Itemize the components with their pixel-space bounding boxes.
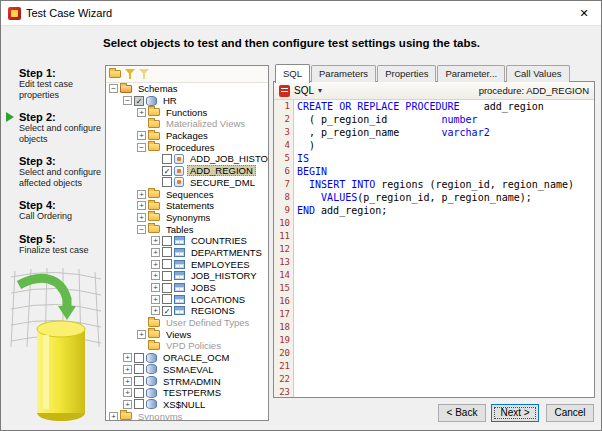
expand-icon[interactable]: + <box>137 213 146 222</box>
tree-row[interactable]: +Sequences <box>106 188 268 200</box>
tree-checkbox[interactable] <box>162 283 172 293</box>
tree-checkbox[interactable]: ✓ <box>134 96 144 106</box>
tab-call-values[interactable]: Call Values <box>506 65 569 82</box>
tree-item-label[interactable]: Schemas <box>135 83 181 94</box>
expand-icon[interactable]: + <box>123 400 132 409</box>
expand-icon[interactable]: + <box>123 353 132 362</box>
tree-item-label[interactable]: Procedures <box>163 142 218 153</box>
tree-row[interactable]: −Schemas <box>106 83 268 95</box>
tree-checkbox[interactable] <box>162 247 172 257</box>
tree-item-label[interactable]: REGIONS <box>188 305 238 316</box>
tree-checkbox[interactable]: ✓ <box>162 306 172 316</box>
collapse-icon[interactable]: − <box>137 143 146 152</box>
tree-row[interactable]: +SSMAEVAL <box>106 364 268 376</box>
tree-row[interactable]: +TESTPERMS <box>106 387 268 399</box>
tree-row[interactable]: −✓HR <box>106 95 268 107</box>
tree-checkbox[interactable] <box>162 271 172 281</box>
expand-icon[interactable]: + <box>151 306 160 315</box>
tab-parameters[interactable]: Parameters <box>311 65 376 82</box>
tree-item-label[interactable]: Functions <box>163 107 210 118</box>
tree-item-label[interactable]: Synonyms <box>163 212 213 223</box>
collapse-icon[interactable]: − <box>109 84 118 93</box>
tree-item-label[interactable]: HR <box>160 95 180 106</box>
back-button[interactable]: < Back <box>438 404 486 422</box>
tree-row[interactable]: VPD Policies <box>106 340 268 352</box>
tree-checkbox[interactable] <box>134 399 144 409</box>
tree-row[interactable]: SECURE_DML <box>106 177 268 189</box>
tree-row[interactable]: +Statements <box>106 200 268 212</box>
expand-icon[interactable]: + <box>151 283 160 292</box>
tree-row[interactable]: ADD_JOB_HISTORY <box>106 153 268 165</box>
tree-item-label[interactable]: EMPLOYEES <box>188 259 253 270</box>
next-button[interactable]: Next > <box>491 404 539 422</box>
tree-item-label[interactable]: DEPARTMENTS <box>188 247 265 258</box>
tree-row[interactable]: ✓ADD_REGION <box>106 165 268 177</box>
tree-row[interactable]: −Tables <box>106 223 268 235</box>
tab-sql[interactable]: SQL <box>275 64 310 83</box>
tab-properties[interactable]: Properties <box>377 65 436 82</box>
chevron-down-icon[interactable]: ▾ <box>318 86 322 95</box>
close-icon[interactable]: ✕ <box>567 1 601 25</box>
tree-checkbox[interactable] <box>134 364 144 374</box>
tree-row[interactable]: +XS$NULL <box>106 399 268 411</box>
cancel-button[interactable]: Cancel <box>546 404 594 422</box>
expand-icon[interactable]: + <box>109 412 118 421</box>
code-area[interactable]: CREATE OR REPLACE PROCEDURE add_region (… <box>294 100 594 397</box>
expand-icon[interactable]: + <box>151 295 160 304</box>
tree-row[interactable]: +JOBS <box>106 282 268 294</box>
expand-icon[interactable]: + <box>123 365 132 374</box>
tree-item-label[interactable]: JOB_HISTORY <box>188 270 260 281</box>
tree-row[interactable]: +ORACLE_OCM <box>106 352 268 364</box>
sql-dropdown[interactable]: SQL <box>294 85 314 96</box>
expand-icon[interactable]: + <box>151 260 160 269</box>
tree-row[interactable]: +COUNTRIES <box>106 235 268 247</box>
tree-item-label[interactable]: JOBS <box>188 282 219 293</box>
tree-row[interactable]: +Synonyms <box>106 212 268 224</box>
tree-row[interactable]: +Functions <box>106 106 268 118</box>
tree-checkbox[interactable] <box>162 259 172 269</box>
tree-item-label[interactable]: Sequences <box>163 189 217 200</box>
collapse-icon[interactable]: − <box>123 96 132 105</box>
tree-row[interactable]: User Defined Types <box>106 317 268 329</box>
collapse-icon[interactable]: − <box>137 225 146 234</box>
tree-item-label[interactable]: COUNTRIES <box>188 235 250 246</box>
tree-item-label[interactable]: SSMAEVAL <box>160 364 217 375</box>
tree-item-label[interactable]: LOCATIONS <box>188 294 248 305</box>
tree-item-label[interactable]: Views <box>163 329 194 340</box>
folder-icon[interactable] <box>109 70 121 78</box>
expand-icon[interactable]: + <box>137 330 146 339</box>
expand-icon[interactable]: + <box>137 108 146 117</box>
tree-item-label[interactable]: Tables <box>163 224 196 235</box>
tree-row[interactable]: +Packages <box>106 130 268 142</box>
tree-item-label[interactable]: STRMADMIN <box>160 376 224 387</box>
tab-parameter[interactable]: Parameter... <box>437 65 505 82</box>
tree-item-label[interactable]: VPD Policies <box>163 340 224 351</box>
tree-item-label[interactable]: Statements <box>163 200 217 211</box>
expand-icon[interactable]: + <box>151 271 160 280</box>
expand-icon[interactable]: + <box>137 190 146 199</box>
tree-checkbox[interactable] <box>162 177 172 187</box>
tree-checkbox[interactable] <box>134 388 144 398</box>
tree-checkbox[interactable] <box>162 294 172 304</box>
tree-row[interactable]: +Synonyms <box>106 410 268 421</box>
filter-icon[interactable] <box>125 69 135 79</box>
tree-row[interactable]: +JOB_HISTORY <box>106 270 268 282</box>
tree-row[interactable]: +Views <box>106 328 268 340</box>
filter-clear-icon[interactable] <box>139 69 149 79</box>
tree-item-label[interactable]: ADD_JOB_HISTORY <box>187 153 269 164</box>
tree-item-label[interactable]: Synonyms <box>135 411 185 421</box>
expand-icon[interactable]: + <box>137 131 146 140</box>
tree-checkbox[interactable]: ✓ <box>162 166 172 176</box>
tree-row[interactable]: +EMPLOYEES <box>106 258 268 270</box>
tree-row[interactable]: +✓REGIONS <box>106 305 268 317</box>
expand-icon[interactable]: + <box>151 236 160 245</box>
tree-row[interactable]: +DEPARTMENTS <box>106 247 268 259</box>
tree-checkbox[interactable] <box>162 154 172 164</box>
tree-item-label[interactable]: XS$NULL <box>160 399 208 410</box>
tree-row[interactable]: +LOCATIONS <box>106 293 268 305</box>
tree-row[interactable]: −Procedures <box>106 141 268 153</box>
expand-icon[interactable]: + <box>123 388 132 397</box>
tree-row[interactable]: Materialized Views <box>106 118 268 130</box>
tree-item-label[interactable]: Materialized Views <box>163 118 248 129</box>
expand-icon[interactable]: + <box>137 201 146 210</box>
